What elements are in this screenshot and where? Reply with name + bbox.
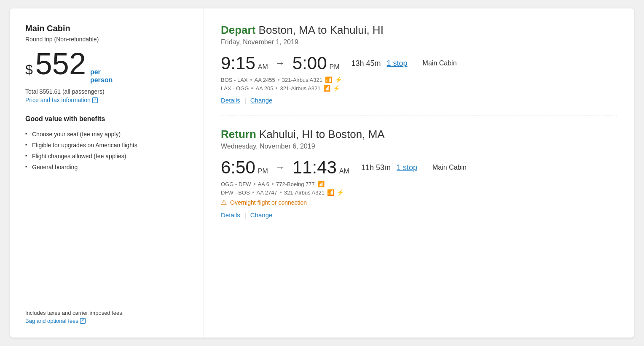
separator: | (244, 97, 246, 104)
depart-segments: BOS - LAX AA 2455 321-Airbus A321 📶 ⚡ LA… (221, 76, 617, 92)
segment-row: DFW - BOS AA 2747 321-Airbus A321 📶 ⚡ (221, 189, 617, 196)
return-arrive-ampm: AM (339, 168, 349, 175)
right-panel: Depart Boston, MA to Kahului, HI Friday,… (204, 8, 634, 338)
depart-word: Depart (221, 24, 255, 36)
arrive-ampm: PM (330, 63, 340, 71)
total-price: Total $551.61 (all passengers) (25, 88, 190, 95)
depart-date: Friday, November 1, 2019 (221, 38, 617, 46)
dot (280, 192, 282, 193)
depart-stop-link[interactable]: 1 stop (387, 59, 408, 68)
includes-text: Includes taxes and carrier imposed fees. (25, 310, 190, 316)
dot (251, 87, 253, 89)
wifi-icon: 📶 (317, 181, 325, 187)
left-panel: Main Cabin Round trip (Non-refundable) $… (10, 8, 204, 338)
overnight-warning-row: ⚠ Overnight flight or connection (221, 198, 617, 206)
warning-icon: ⚠ (221, 198, 227, 206)
seg1-flight: AA 2455 (255, 77, 275, 83)
price-amount: 552 (35, 49, 86, 79)
depart-times-row: 9:15 AM → 5:00 PM 13h 45m 1 stop Main Ca… (221, 54, 617, 72)
seg1-route: BOS - LAX (221, 77, 248, 83)
return-depart-ampm: PM (258, 168, 268, 175)
ret-seg2-flight: AA 2747 (257, 189, 277, 196)
return-segments: OGG - DFW AA 6 772-Boeing 777 📶 DFW - BO… (221, 181, 617, 206)
return-date: Wednesday, November 6, 2019 (221, 143, 617, 150)
arrow-icon: → (276, 162, 285, 173)
price-row: $ 552 perperson (25, 49, 190, 84)
ret-seg1-flight: AA 6 (258, 181, 269, 187)
dot (278, 79, 279, 81)
price-tax-link[interactable]: Price and tax information (25, 97, 190, 103)
return-section: Return Kahului, HI to Boston, MA Wednesd… (221, 116, 617, 230)
bag-fees-link[interactable]: Bag and optional fees (25, 318, 190, 324)
return-cabin-label: Main Cabin (432, 164, 467, 171)
benefits-list: Choose your seat (fee may apply) Eligibl… (25, 129, 190, 173)
wifi-icon: 📶 (323, 85, 330, 92)
depart-change-link[interactable]: Change (250, 97, 273, 104)
ret-seg1-aircraft: 772-Boeing 777 (276, 181, 315, 187)
benefit-item: General boarding (25, 162, 190, 173)
external-link-icon (92, 97, 98, 103)
return-stop-link[interactable]: 1 stop (397, 163, 417, 172)
dot (250, 79, 252, 81)
bottom-section: Includes taxes and carrier imposed fees.… (25, 300, 190, 324)
cabin-title: Main Cabin (25, 24, 190, 33)
flight-card: Main Cabin Round trip (Non-refundable) $… (10, 8, 634, 338)
depart-time: 9:15 (221, 54, 255, 72)
benefit-item: Choose your seat (fee may apply) (25, 129, 190, 140)
return-word: Return (221, 128, 256, 141)
ret-seg2-aircraft: 321-Airbus A321 (284, 189, 325, 196)
overnight-warning-text: Overnight flight or connection (230, 199, 307, 206)
return-change-link[interactable]: Change (250, 211, 273, 219)
arrive-time: 5:00 (292, 54, 327, 72)
depart-ampm: AM (258, 63, 268, 71)
round-trip-label: Round trip (Non-refundable) (25, 36, 190, 43)
depart-time-block: 9:15 AM (221, 54, 268, 72)
segment-row: BOS - LAX AA 2455 321-Airbus A321 📶 ⚡ (221, 76, 617, 83)
return-actions-row: Details | Change (221, 211, 617, 219)
depart-details-link[interactable]: Details (221, 97, 240, 104)
dot (252, 192, 254, 193)
external-link-icon-bag (80, 318, 86, 324)
dollar-sign: $ (25, 63, 33, 76)
benefit-item: Eligible for upgrades on American flight… (25, 140, 190, 151)
return-arrive-time-block: 11:43 AM (292, 159, 349, 176)
return-header: Return Kahului, HI to Boston, MA Wednesd… (221, 128, 617, 150)
dot (276, 87, 277, 89)
power-icon: ⚡ (335, 76, 342, 83)
dot (272, 183, 274, 185)
ret-seg1-route: OGG - DFW (221, 181, 251, 187)
power-icon: ⚡ (337, 189, 344, 196)
benefit-item: Flight changes allowed (fee applies) (25, 151, 190, 162)
ret-seg2-route: DFW - BOS (221, 189, 250, 196)
return-details-link[interactable]: Details (221, 211, 240, 219)
segment-row: LAX - OGG AA 205 321-Airbus A321 📶 ⚡ (221, 85, 617, 92)
depart-section: Depart Boston, MA to Kahului, HI Friday,… (221, 24, 617, 116)
seg2-route: LAX - OGG (221, 85, 249, 92)
depart-title: Depart Boston, MA to Kahului, HI (221, 24, 617, 37)
duration-stop-block: 13h 45m 1 stop (352, 59, 408, 68)
power-icon: ⚡ (333, 85, 340, 92)
return-arrive-time: 11:43 (292, 159, 337, 176)
depart-cabin-label: Main Cabin (423, 59, 457, 67)
dot (254, 183, 255, 185)
depart-actions-row: Details | Change (221, 97, 617, 104)
depart-duration: 13h 45m (352, 59, 381, 68)
segment-row: OGG - DFW AA 6 772-Boeing 777 📶 (221, 181, 617, 187)
seg2-flight: AA 205 (255, 85, 273, 92)
arrow-icon: → (276, 58, 285, 69)
wifi-icon: 📶 (327, 189, 334, 196)
return-title: Return Kahului, HI to Boston, MA (221, 128, 617, 141)
depart-header: Depart Boston, MA to Kahului, HI Friday,… (221, 24, 617, 46)
return-depart-time: 6:50 (221, 159, 255, 176)
arrive-time-block: 5:00 PM (292, 54, 340, 72)
return-times-row: 6:50 PM → 11:43 AM 11h 53m 1 stop Main C… (221, 159, 617, 176)
return-duration-stop-block: 11h 53m 1 stop (361, 163, 417, 172)
benefits-title: Good value with benefits (25, 115, 190, 123)
return-duration: 11h 53m (361, 163, 391, 172)
per-person: perperson (90, 68, 113, 84)
seg1-aircraft: 321-Airbus A321 (282, 77, 322, 83)
seg2-aircraft: 321-Airbus A321 (280, 85, 320, 92)
wifi-icon: 📶 (325, 76, 332, 83)
return-depart-time-block: 6:50 PM (221, 159, 268, 176)
separator: | (244, 211, 246, 219)
